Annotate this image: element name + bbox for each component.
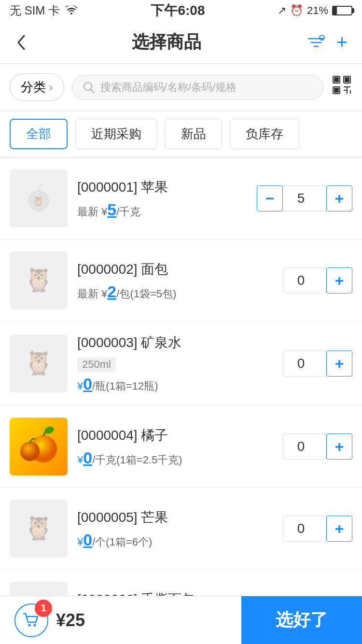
category-button[interactable]: 分类 › xyxy=(10,73,64,101)
qty-plus-0000002[interactable]: + xyxy=(326,267,352,294)
qty-control-0000001: − + xyxy=(257,185,352,211)
product-item-0000003: 🦉 [0000003] 矿泉水 250ml ¥0/瓶(1箱=12瓶) + xyxy=(0,322,362,405)
price-value: 5 xyxy=(107,200,116,219)
qty-input-0000003[interactable] xyxy=(283,350,326,377)
battery-icon xyxy=(332,6,352,15)
product-name-0000001: [0000001] 苹果 xyxy=(77,178,247,196)
wifi-icon xyxy=(65,4,78,17)
svg-text:🦉: 🦉 xyxy=(24,266,53,294)
alarm-icon: ⏰ xyxy=(290,4,303,17)
status-time: 下午6:08 xyxy=(151,1,205,20)
tab-all[interactable]: 全部 xyxy=(10,119,68,149)
cart-badge: 1 xyxy=(35,600,52,617)
product-image-0000005: 🦉 xyxy=(10,500,68,558)
product-name-0000003: [0000003] 矿泉水 xyxy=(77,334,273,352)
product-name-0000005: [0000005] 芒果 xyxy=(77,508,273,527)
back-button[interactable] xyxy=(14,32,28,53)
svg-point-29 xyxy=(28,624,31,626)
tab-bar: 全部 近期采购 新品 负库存 xyxy=(0,111,362,158)
search-placeholder: 搜索商品编码/名称/条码/规格 xyxy=(100,80,237,95)
battery-percent: 21% xyxy=(307,4,328,17)
confirm-button[interactable]: 选好了 xyxy=(241,596,362,644)
svg-line-6 xyxy=(91,89,94,93)
product-item-0000002: 🦉 [0000002] 面包 最新 ¥2/包(1袋=5包) + xyxy=(0,240,362,321)
status-bar: 无 SIM 卡 下午6:08 ↗ ⏰ 21% xyxy=(0,0,362,21)
product-price-0000002: 最新 ¥2/包(1袋=5包) xyxy=(77,282,273,301)
svg-rect-12 xyxy=(334,88,339,93)
product-info-0000003: [0000003] 矿泉水 250ml ¥0/瓶(1箱=12瓶) xyxy=(77,334,273,393)
qty-input-0000002[interactable] xyxy=(283,267,326,294)
location-icon: ↗ xyxy=(278,4,286,17)
price-prefix: ¥ xyxy=(77,380,83,392)
product-image-0000003: 🦉 xyxy=(10,335,68,392)
price-value: 0 xyxy=(83,531,92,549)
nav-left xyxy=(14,32,28,53)
placeholder-icon: 🦉 xyxy=(19,509,58,548)
svg-text:🦉: 🦉 xyxy=(24,349,53,377)
svg-point-30 xyxy=(34,624,36,626)
price-value: 2 xyxy=(107,282,116,301)
qty-plus-0000005[interactable]: + xyxy=(326,516,352,542)
category-label: 分类 xyxy=(21,79,46,96)
cart-section: 1 ¥25 xyxy=(0,603,241,637)
svg-point-24 xyxy=(20,442,40,461)
product-item-0000005: 🦉 [0000005] 芒果 ¥0/个(1箱=6个) + xyxy=(0,488,362,569)
qty-control-0000002: + xyxy=(283,267,352,294)
qty-control-0000003: + xyxy=(283,350,352,377)
placeholder-icon: 🦉 xyxy=(19,261,58,300)
svg-text:🦉: 🦉 xyxy=(24,514,53,542)
product-image-0000001: 🦉 xyxy=(10,169,68,227)
qty-minus-0000001[interactable]: − xyxy=(257,185,283,211)
search-icon xyxy=(82,81,96,94)
product-info-0000005: [0000005] 芒果 ¥0/个(1箱=6个) xyxy=(77,508,273,549)
price-prefix: 最新 ¥ xyxy=(77,206,107,218)
product-image-0000002: 🦉 xyxy=(10,252,68,309)
status-left: 无 SIM 卡 xyxy=(10,3,78,18)
category-chevron: › xyxy=(49,80,53,95)
price-unit: /千克(1箱=2.5千克) xyxy=(92,454,182,466)
nav-bar: 选择商品 ! + xyxy=(0,21,362,64)
filter-bar: 分类 › 搜索商品编码/名称/条码/规格 xyxy=(0,64,362,111)
qty-control-0000005: + xyxy=(283,516,352,542)
qty-plus-0000001[interactable]: + xyxy=(326,185,352,211)
scan-button[interactable] xyxy=(331,74,352,100)
price-value: 0 xyxy=(83,375,92,393)
qty-plus-0000003[interactable]: + xyxy=(326,350,352,377)
qty-plus-0000004[interactable]: + xyxy=(326,434,352,460)
product-image-0000004 xyxy=(10,418,68,476)
nav-right: ! + xyxy=(306,31,348,53)
qty-input-0000004[interactable] xyxy=(283,434,326,460)
product-info-0000004: [0000004] 橘子 ¥0/千克(1箱=2.5千克) xyxy=(77,426,273,467)
cart-icon-wrap[interactable]: 1 xyxy=(14,603,48,637)
svg-text:!: ! xyxy=(321,36,322,41)
price-prefix: ¥ xyxy=(77,454,83,466)
product-price-0000005: ¥0/个(1箱=6个) xyxy=(77,531,273,549)
svg-text:🦉: 🦉 xyxy=(33,196,44,207)
svg-rect-10 xyxy=(345,77,349,82)
svg-rect-8 xyxy=(334,77,339,82)
product-name-0000004: [0000004] 橘子 xyxy=(77,426,273,445)
qty-input-0000001[interactable] xyxy=(283,185,326,211)
product-list: 🦉 [0000001] 苹果 最新 ¥5/千克 − + 🦉 [0000002] … xyxy=(0,158,362,644)
product-info-0000001: [0000001] 苹果 最新 ¥5/千克 xyxy=(77,178,247,219)
price-value: 0 xyxy=(83,448,92,467)
product-item-0000004: [0000004] 橘子 ¥0/千克(1箱=2.5千克) + xyxy=(0,406,362,487)
tab-recent[interactable]: 近期采购 xyxy=(75,119,157,149)
product-spec-0000003: 250ml xyxy=(77,357,116,372)
product-name-0000002: [0000002] 面包 xyxy=(77,260,273,279)
tab-new[interactable]: 新品 xyxy=(165,119,222,149)
filter-button[interactable]: ! xyxy=(306,32,327,53)
tab-negative[interactable]: 负库存 xyxy=(230,119,299,149)
scan-icon xyxy=(331,74,352,96)
product-price-0000001: 最新 ¥5/千克 xyxy=(77,200,247,219)
product-price-0000003: ¥0/瓶(1箱=12瓶) xyxy=(77,375,273,393)
placeholder-icon: 🦉 xyxy=(19,179,58,218)
add-button[interactable]: + xyxy=(336,31,348,53)
qty-control-0000004: + xyxy=(283,434,352,460)
qty-input-0000005[interactable] xyxy=(283,516,326,542)
product-info-0000002: [0000002] 面包 最新 ¥2/包(1袋=5包) xyxy=(77,260,273,301)
price-unit: /千克 xyxy=(116,206,140,218)
search-box[interactable]: 搜索商品编码/名称/条码/规格 xyxy=(72,75,323,100)
orange-illustration xyxy=(14,422,63,471)
product-price-0000004: ¥0/千克(1箱=2.5千克) xyxy=(77,448,273,467)
